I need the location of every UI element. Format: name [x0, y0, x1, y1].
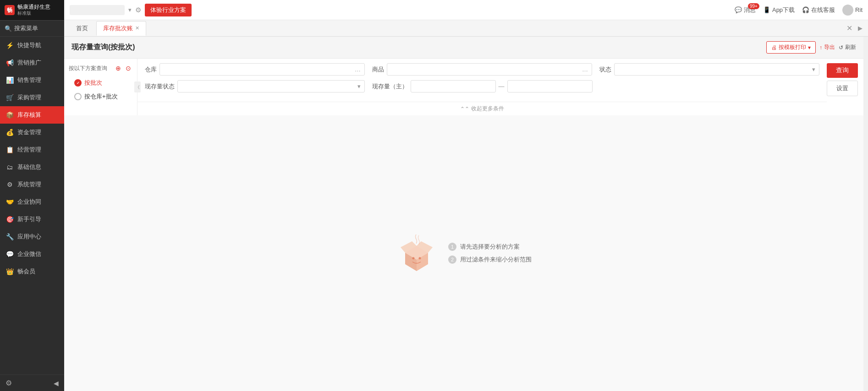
sidebar-item-basic[interactable]: 🗂 基础信息	[0, 158, 64, 176]
quick-nav-icon: ⚡	[5, 41, 14, 49]
sidebar: 畅 畅康通好生意 标准版 🔍 搜索菜单 ⚡ 快捷导航 📢 营销推广 📊 销售管理…	[0, 0, 64, 391]
collapse-left-icon: 《	[135, 85, 140, 90]
stock-label: 现存量（主）	[372, 82, 408, 91]
main-area: ▾ ⚙ 体验行业方案 💬 消息 99+ 📱 App下载 🎧 在线客服 Rit	[64, 0, 868, 391]
sidebar-item-system[interactable]: ⚙ 系统管理	[0, 176, 64, 193]
online-support-item[interactable]: 🎧 在线客服	[802, 6, 835, 14]
filter-row-2: 现存量状态 ▾ 现存量（主） —	[145, 80, 819, 92]
stock-range-field: 现存量（主） —	[372, 80, 593, 92]
app-download-item[interactable]: 📱 App下载	[763, 6, 795, 14]
tab-batch-label: 库存批次账	[103, 24, 133, 33]
member-icon: 👑	[5, 267, 14, 276]
scheme-header-label: 按以下方案查询	[69, 65, 107, 72]
sidebar-item-finance[interactable]: 💰 资金管理	[0, 124, 64, 141]
scheme-item-warehouse-batch[interactable]: 按仓库+批次	[64, 90, 137, 103]
tab-close-main-icon[interactable]: ✕	[843, 24, 856, 33]
finance-icon: 💰	[5, 128, 14, 136]
scheme-panel-collapse-btn[interactable]: 《	[134, 81, 141, 92]
svg-point-7	[419, 257, 421, 259]
user-item[interactable]: Rit	[842, 5, 863, 16]
add-scheme-btn[interactable]: ⊕	[114, 64, 122, 72]
sidebar-item-label: 畅会员	[17, 267, 35, 276]
settings-scheme-btn[interactable]: ⊙	[124, 64, 132, 72]
empty-icon-wrapper	[396, 234, 437, 272]
status-field: 状态 ▾	[599, 63, 819, 76]
topbar-dropdown-icon[interactable]: ▾	[128, 6, 132, 13]
page-wrapper: 现存量查询(按批次) 🖨 按模板打印 ▾ ↑ 导出 ↺ 刷新	[64, 37, 863, 391]
sidebar-settings-icon[interactable]: ⚙	[5, 379, 12, 387]
tab-batch[interactable]: 库存批次账 ✕	[96, 21, 146, 36]
empty-hint-1: 1 请先选择要分析的方案	[448, 243, 532, 251]
messages-item[interactable]: 💬 消息 99+	[735, 6, 756, 14]
refresh-btn[interactable]: ↺ 刷新	[839, 43, 856, 51]
phone-icon: 📱	[763, 6, 770, 13]
product-field: 商品 …	[372, 63, 592, 76]
sidebar-footer: ⚙ ◀	[0, 375, 64, 391]
warehouse-input[interactable]: …	[159, 63, 365, 76]
sidebar-collapse-icon[interactable]: ◀	[54, 380, 59, 387]
print-btn[interactable]: 🖨 按模板打印 ▾	[766, 41, 816, 54]
export-btn[interactable]: ↑ 导出	[819, 43, 835, 51]
inventory-icon: 📦	[5, 111, 14, 119]
app-info: 畅康通好生意 标准版	[17, 4, 50, 16]
messages-badge: 99+	[748, 3, 759, 9]
sidebar-item-sales[interactable]: 📊 销售管理	[0, 71, 64, 89]
scheme-item-batch[interactable]: ✓ 按批次	[64, 76, 137, 90]
export-icon: ↑	[819, 44, 822, 51]
sidebar-item-label: 新手引导	[17, 215, 41, 223]
topbar-settings-icon[interactable]: ⚙	[135, 6, 141, 14]
sidebar-item-quick-nav[interactable]: ⚡ 快捷导航	[0, 37, 64, 54]
search-icon: 🔍	[5, 25, 12, 32]
collapse-row[interactable]: ⌃⌃ 收起更多条件	[137, 102, 827, 115]
query-actions: 查询 设置	[827, 59, 863, 115]
sidebar-item-label: 采购管理	[17, 93, 41, 102]
right-scrollbar[interactable]	[863, 37, 868, 391]
app-download-label: App下载	[772, 6, 795, 14]
scheme-warehouse-batch-label: 按仓库+批次	[84, 92, 118, 101]
settings-btn[interactable]: 设置	[827, 81, 858, 96]
topbar-search-input[interactable]	[70, 5, 125, 15]
product-dots-icon[interactable]: …	[582, 66, 588, 73]
sidebar-item-label: 资金管理	[17, 128, 41, 136]
query-btn[interactable]: 查询	[827, 63, 858, 78]
tab-home[interactable]: 首页	[70, 22, 94, 35]
hint-num-1: 1	[448, 243, 456, 251]
tab-scroll-right-icon[interactable]: ▶	[858, 25, 863, 32]
sidebar-item-wechat[interactable]: 💬 企业微信	[0, 245, 64, 263]
sidebar-item-purchase[interactable]: 🛒 采购管理	[0, 89, 64, 106]
industry-btn[interactable]: 体验行业方案	[145, 4, 192, 16]
tab-home-label: 首页	[76, 24, 88, 33]
warehouse-dots-icon[interactable]: …	[355, 66, 361, 73]
stock-min-input[interactable]	[411, 80, 496, 92]
filter-form-wrapper: 仓库 … 商品 …	[137, 59, 827, 115]
sidebar-item-guide[interactable]: 🎯 新手引导	[0, 211, 64, 228]
sidebar-item-label: 快捷导航	[17, 41, 41, 49]
system-icon: ⚙	[5, 180, 14, 189]
sidebar-search[interactable]: 🔍 搜索菜单	[0, 21, 64, 37]
empty-illustration	[396, 234, 437, 271]
stock-status-select[interactable]: ▾	[177, 80, 365, 92]
sidebar-item-business[interactable]: 📋 经营管理	[0, 141, 64, 158]
scheme-active-icon: ✓	[74, 79, 82, 87]
headset-icon: 🎧	[802, 6, 809, 13]
collapse-text: 收起更多条件	[471, 105, 504, 113]
status-select[interactable]: ▾	[614, 63, 819, 76]
empty-hints: 1 请先选择要分析的方案 2 用过滤条件来缩小分析范围	[448, 243, 532, 264]
sidebar-nav: ⚡ 快捷导航 📢 营销推广 📊 销售管理 🛒 采购管理 📦 库存核算 💰 资金管…	[0, 37, 64, 375]
user-avatar	[842, 5, 853, 16]
enterprise-icon: 🤝	[5, 198, 14, 206]
stock-max-input[interactable]	[507, 80, 593, 92]
sidebar-item-inventory[interactable]: 📦 库存核算	[0, 106, 64, 124]
sidebar-item-label: 库存核算	[17, 111, 41, 119]
sidebar-item-enterprise[interactable]: 🤝 企业协同	[0, 193, 64, 211]
sidebar-item-appstore[interactable]: 🔧 应用中心	[0, 228, 64, 245]
stock-status-label: 现存量状态	[145, 82, 175, 91]
sidebar-item-marketing[interactable]: 📢 营销推广	[0, 54, 64, 71]
tab-bar: 首页 库存批次账 ✕ ✕ ▶	[64, 20, 868, 37]
content-area: 现存量查询(按批次) 🖨 按模板打印 ▾ ↑ 导出 ↺ 刷新	[64, 37, 868, 391]
sidebar-item-member[interactable]: 👑 畅会员	[0, 263, 64, 280]
tab-close-icon[interactable]: ✕	[135, 25, 139, 31]
product-input[interactable]: …	[387, 63, 592, 76]
wechat-icon: 💬	[5, 250, 14, 258]
scheme-inactive-icon	[74, 93, 82, 100]
